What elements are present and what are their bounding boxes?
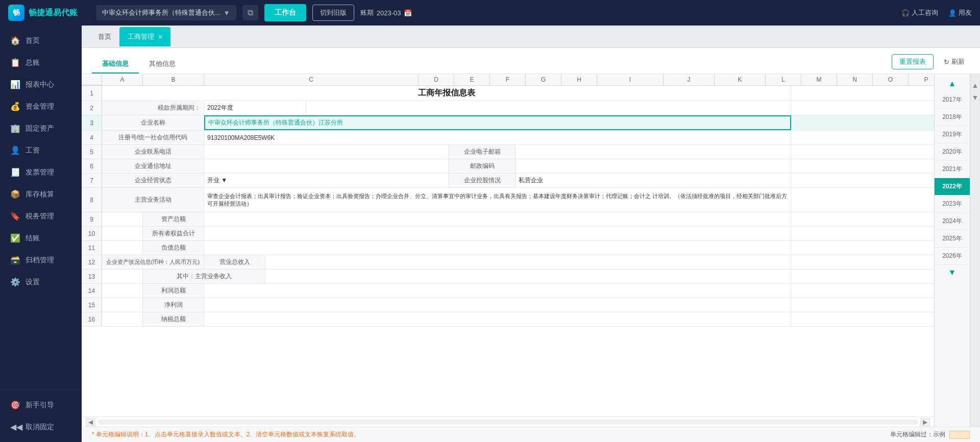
tab-home[interactable]: 首页 — [90, 27, 119, 46]
sidebar-scroll: 🏠 首页 📋 总账 📊 报表中心 💰 资金管理 🏢 固定资产 👤 工资 — [0, 30, 82, 389]
year-item-2019[interactable]: 2019年 — [935, 126, 970, 143]
year-scroll-up-button[interactable]: ▲ — [935, 76, 970, 91]
cell-7-holding[interactable]: 私营企业 — [516, 174, 791, 187]
cell-5-email[interactable] — [516, 145, 791, 159]
col-header-f: F — [490, 74, 526, 85]
sidebar-item-inventory[interactable]: 📦 库存核算 — [0, 183, 82, 205]
sidebar-item-capital[interactable]: 💰 资金管理 — [0, 95, 82, 117]
company-name: 中审众环会计师事务所（特殊普通合伙... — [102, 8, 220, 17]
newguide-icon: 🎯 — [10, 400, 20, 410]
workbench-button[interactable]: 工作台 — [264, 4, 306, 21]
cell-5-label: 企业联系电话 — [102, 145, 204, 159]
cell-14-value[interactable] — [204, 284, 791, 298]
sidebar-item-ledger[interactable]: 📋 总账 — [0, 52, 82, 73]
year-item-2021[interactable]: 2021年 — [935, 161, 970, 178]
sidebar-item-label: 工资 — [26, 146, 40, 155]
col-header-c: C — [204, 74, 419, 85]
year-item-2023[interactable]: 2023年 — [935, 195, 970, 213]
sidebar-item-invoice[interactable]: 🧾 发票管理 — [0, 161, 82, 183]
cell-11-value[interactable] — [204, 241, 791, 255]
cell-6-addr[interactable] — [204, 159, 449, 173]
table-row: 7 企业经营状态 开业 ▼ 企业控股情况 私营企业 — [82, 174, 934, 188]
year-item-2024[interactable]: 2024年 — [935, 213, 970, 230]
cell-9-label: 资产总额 — [143, 212, 204, 226]
cell-2-empty[interactable] — [306, 101, 791, 115]
year-item-2026[interactable]: 2026年 — [935, 248, 970, 265]
sidebar-item-assets[interactable]: 🏢 固定资产 — [0, 117, 82, 139]
close-accounts-icon: ✅ — [10, 233, 20, 243]
scroll-left-button[interactable]: ◀ — [86, 418, 95, 426]
cell-12-value[interactable] — [265, 255, 791, 269]
sidebar-item-newguide[interactable]: 🎯 新手引导 — [0, 394, 82, 416]
cell-15-value[interactable] — [204, 298, 791, 312]
sample-cell — [949, 431, 970, 439]
horizontal-scrollbar: ◀ ▶ — [82, 416, 934, 427]
sidebar-item-wage[interactable]: 👤 工资 — [0, 139, 82, 161]
sidebar-item-report[interactable]: 📊 报表中心 — [0, 73, 82, 95]
row-num: 12 — [82, 255, 102, 269]
sub-tab-other[interactable]: 其他信息 — [139, 55, 186, 73]
cell-13-value[interactable] — [265, 269, 791, 283]
cell-8-value[interactable]: 审查企业会计报表；出具审计报告；验证企业资本；出具验资报告；办理企业合并、分立、… — [204, 188, 791, 212]
sidebar-item-archive[interactable]: 🗃️ 归档管理 — [0, 249, 82, 271]
service-button[interactable]: 🎧 人工咨询 — [901, 8, 938, 17]
cell-16-value[interactable] — [204, 312, 791, 326]
year-item-2018[interactable]: 2018年 — [935, 109, 970, 126]
sidebar-item-unpin[interactable]: ◀◀ 取消固定 — [0, 416, 82, 438]
reset-report-button[interactable]: 重置报表 — [892, 54, 934, 69]
sidebar-item-settings[interactable]: ⚙️ 设置 — [0, 271, 82, 293]
year-item-2020[interactable]: 2020年 — [935, 143, 970, 161]
row-num: 13 — [82, 269, 102, 283]
company-selector[interactable]: 中审众环会计师事务所（特殊普通合伙... ▼ — [96, 5, 236, 20]
table-row: 9 资产总额 — [82, 212, 934, 227]
main-area: 首页 工商管理 × 基础信息 其他信息 重置报表 ↻ 刷新 — [82, 26, 980, 442]
cell-4-label: 注册号/统一社会信用代码 — [102, 131, 204, 144]
cell-7-status[interactable]: 开业 ▼ — [204, 174, 449, 187]
cell-title[interactable]: 工商年报信息表 — [102, 86, 791, 101]
cell-6-zip-label: 邮政编码 — [449, 159, 516, 173]
rows-container[interactable]: 1 工商年报信息表 2 税款所属期间： 2022年度 3 — [82, 86, 934, 416]
tax-icon: 🔖 — [10, 211, 20, 221]
footer: * 单元格编辑说明：1、点击单元格直接录入数值或文本。2、清空单元格数值或文本恢… — [82, 427, 980, 442]
tab-gongshang[interactable]: 工商管理 × — [119, 27, 170, 46]
footer-right: 单元格编辑过：示例 — [890, 430, 970, 439]
cell-4-value[interactable]: 91320100MA208E5W6K — [204, 131, 791, 144]
cell-3-value[interactable]: 中审众环会计师事务所（特殊普通合伙）江苏分所 — [204, 115, 791, 130]
table-row: 4 注册号/统一社会信用代码 91320100MA208E5W6K — [82, 131, 934, 145]
sidebar-item-tax[interactable]: 🔖 税务管理 — [0, 205, 82, 227]
capital-icon: 💰 — [10, 102, 20, 111]
cell-10-value[interactable] — [204, 227, 791, 240]
ledger-icon: 📋 — [10, 58, 20, 67]
year-item-2017[interactable]: 2017年 — [935, 91, 970, 109]
collapse-arrow-down[interactable]: ▼ — [970, 91, 980, 104]
cell-11-a — [102, 241, 143, 255]
old-version-button[interactable]: 切到旧版 — [312, 5, 354, 21]
year-item-2022[interactable]: 2022年 — [935, 178, 970, 195]
sidebar-item-label: 首页 — [26, 36, 40, 45]
year-scroll-down-button[interactable]: ▼ — [935, 265, 970, 280]
cell-6-zip[interactable] — [516, 159, 791, 173]
cell-10-a — [102, 227, 143, 240]
tab-close-button[interactable]: × — [158, 33, 162, 40]
sidebar-item-home[interactable]: 🏠 首页 — [0, 30, 82, 52]
table-row: 14 利润总额 — [82, 284, 934, 298]
user-menu[interactable]: 👤 用友 — [948, 8, 972, 17]
tab-label: 工商管理 — [128, 32, 154, 41]
cell-5-phone[interactable] — [204, 145, 449, 159]
scrollbar-track[interactable] — [97, 420, 918, 425]
collapse-arrow-up[interactable]: ▲ — [970, 79, 980, 91]
table-row: 16 纳税总额 — [82, 312, 934, 327]
scroll-right-button[interactable]: ▶ — [920, 418, 930, 426]
col-header-a: A — [102, 74, 143, 85]
sub-tab-basic[interactable]: 基础信息 — [92, 55, 139, 73]
sidebar-item-close[interactable]: ✅ 结账 — [0, 227, 82, 249]
cell-2-value[interactable]: 2022年度 — [204, 101, 306, 115]
calendar-icon[interactable]: 📅 — [404, 9, 412, 17]
row-num: 15 — [82, 298, 102, 312]
copy-button[interactable]: ⧉ — [242, 5, 258, 20]
cell-9-value[interactable] — [204, 212, 791, 226]
corner-cell — [82, 74, 102, 85]
col-header-h: H — [561, 74, 597, 85]
refresh-button[interactable]: ↻ 刷新 — [939, 54, 970, 69]
year-item-2025[interactable]: 2025年 — [935, 230, 970, 248]
